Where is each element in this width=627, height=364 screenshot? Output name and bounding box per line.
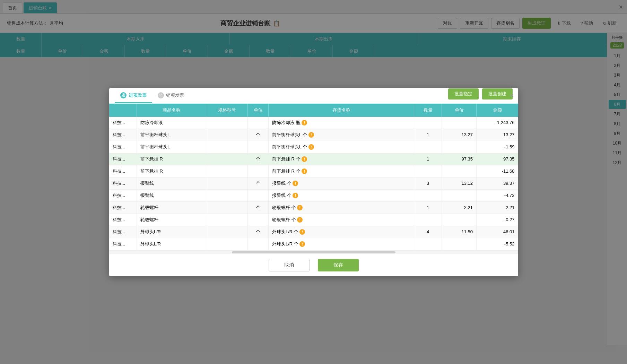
cell-spec <box>206 238 248 250</box>
cell-inventory: 防冻冷却液 瓶 ! <box>269 117 414 129</box>
cell-product-name: 防冻冷却液 <box>137 117 206 129</box>
batch-assign-button[interactable]: 批量指定 <box>448 88 479 99</box>
th-product-name: 商品名称 <box>137 104 206 117</box>
warning-icon: ! <box>302 168 307 174</box>
cell-unit-price: 13.12 <box>442 177 477 189</box>
cell-unit-price <box>442 117 477 129</box>
purchase-icon: 进 <box>120 92 127 98</box>
table-row: 科技...报警线报警线 个 !-4.72 <box>109 189 518 201</box>
dialog-header: 进 进项发票 销 销项发票 批量指定 批量创建 × <box>109 88 518 104</box>
cell-spec <box>206 177 248 189</box>
cell-amount: 13.27 <box>477 129 518 141</box>
cell-amount: 2.21 <box>477 201 518 214</box>
th-unit: 单位 <box>248 104 269 117</box>
table-row: 科技...前下悬挂 R个前下悬挂 R 个 !197.3597.35 <box>109 153 518 165</box>
table-row: 科技...报警线个报警线 个 !313.1239.37 <box>109 177 518 189</box>
cell-inventory: 外球头L/R 个 ! <box>269 226 414 238</box>
th-company <box>109 104 137 117</box>
cell-product-name: 外球头L/R <box>137 226 206 238</box>
cell-company: 科技... <box>109 189 137 201</box>
cell-product-name: 外球头L/R <box>137 238 206 250</box>
cell-inventory: 轮毂螺杆 个 ! <box>269 201 414 214</box>
cell-product-name: 报警线 <box>137 189 206 201</box>
save-button[interactable]: 保存 <box>318 259 359 271</box>
warning-icon: ! <box>293 193 298 198</box>
dialog-close-button[interactable]: × <box>510 92 514 99</box>
cell-quantity: 1 <box>414 201 442 214</box>
cell-amount: -5.52 <box>477 238 518 250</box>
cell-inventory: 前下悬挂 R 个 ! <box>269 153 414 165</box>
cell-company: 科技... <box>109 226 137 238</box>
batch-create-button[interactable]: 批量创建 <box>482 88 513 99</box>
cell-product-name: 前平衡杆球头L <box>137 141 206 153</box>
th-unit-price: 单价 <box>442 104 477 117</box>
sales-icon: 销 <box>158 92 164 98</box>
scroll-thumb <box>232 251 395 253</box>
table-row: 科技...前下悬挂 R前下悬挂 R 个 !-11.68 <box>109 165 518 177</box>
tab-purchase[interactable]: 进 进项发票 <box>115 88 152 103</box>
warning-icon: ! <box>297 217 303 223</box>
cell-unit-price <box>442 189 477 201</box>
warning-icon: ! <box>308 144 314 150</box>
table-row: 科技...轮毂螺杆个轮毂螺杆 个 !12.212.21 <box>109 201 518 214</box>
cell-amount: -4.72 <box>477 189 518 201</box>
dialog-header-actions: 批量指定 批量创建 <box>448 88 513 103</box>
cell-inventory: 前下悬挂 R 个 ! <box>269 165 414 177</box>
warning-icon: ! <box>293 181 298 186</box>
cell-spec <box>206 189 248 201</box>
dialog-table-container[interactable]: 商品名称 规格型号 单位 存货名称 数量 单价 金额 科技...防冻冷却液防冻冷… <box>109 104 518 250</box>
tab-sales-label: 销项发票 <box>166 92 184 98</box>
warning-icon: ! <box>308 132 314 138</box>
tab-purchase-label: 进项发票 <box>129 92 147 98</box>
cell-spec <box>206 129 248 141</box>
cell-inventory: 轮毂螺杆 个 ! <box>269 214 414 226</box>
cell-unit <box>248 238 269 250</box>
th-spec: 规格型号 <box>206 104 248 117</box>
cell-quantity <box>414 238 442 250</box>
cell-company: 科技... <box>109 177 137 189</box>
cell-amount: -11.68 <box>477 165 518 177</box>
cell-amount: -1.59 <box>477 141 518 153</box>
cell-quantity <box>414 141 442 153</box>
cell-unit: 个 <box>248 201 269 214</box>
th-qty: 数量 <box>414 104 442 117</box>
cell-company: 科技... <box>109 117 137 129</box>
th-amount: 金额 <box>477 104 518 117</box>
cell-unit-price: 2.21 <box>442 201 477 214</box>
cell-inventory: 报警线 个 ! <box>269 189 414 201</box>
table-header-row: 商品名称 规格型号 单位 存货名称 数量 单价 金额 <box>109 104 518 117</box>
cell-product-name: 报警线 <box>137 177 206 189</box>
cell-spec <box>206 117 248 129</box>
cell-unit <box>248 141 269 153</box>
table-row: 科技...前平衡杆球头L前平衡杆球头L 个 !-1.59 <box>109 141 518 153</box>
cell-product-name: 前平衡杆球头L <box>137 129 206 141</box>
cell-unit: 个 <box>248 129 269 141</box>
dialog-overlay: 进 进项发票 销 销项发票 批量指定 批量创建 × 商品名称 规格型号 <box>0 0 627 364</box>
cell-unit-price: 11.50 <box>442 226 477 238</box>
cell-unit <box>248 189 269 201</box>
dialog-footer: 取消 保存 <box>109 254 518 276</box>
cell-inventory: 报警线 个 ! <box>269 177 414 189</box>
invoice-table: 商品名称 规格型号 单位 存货名称 数量 单价 金额 科技...防冻冷却液防冻冷… <box>109 104 518 250</box>
cell-company: 科技... <box>109 141 137 153</box>
table-row: 科技...轮毂螺杆轮毂螺杆 个 !-0.27 <box>109 214 518 226</box>
cell-company: 科技... <box>109 153 137 165</box>
cell-product-name: 轮毂螺杆 <box>137 201 206 214</box>
cell-unit <box>248 117 269 129</box>
cell-amount: -1,243.76 <box>477 117 518 129</box>
cell-spec <box>206 141 248 153</box>
table-row: 科技...防冻冷却液防冻冷却液 瓶 !-1,243.76 <box>109 117 518 129</box>
th-inventory: 存货名称 <box>269 104 414 117</box>
cell-unit: 个 <box>248 226 269 238</box>
cell-unit-price <box>442 141 477 153</box>
horizontal-scroll-bar[interactable] <box>109 250 518 254</box>
cell-amount: -0.27 <box>477 214 518 226</box>
cell-company: 科技... <box>109 214 137 226</box>
cell-spec <box>206 226 248 238</box>
cell-quantity: 3 <box>414 177 442 189</box>
cell-unit: 个 <box>248 177 269 189</box>
tab-sales[interactable]: 销 销项发票 <box>152 88 190 103</box>
cell-product-name: 轮毂螺杆 <box>137 214 206 226</box>
cancel-button[interactable]: 取消 <box>269 259 310 271</box>
cell-unit: 个 <box>248 153 269 165</box>
